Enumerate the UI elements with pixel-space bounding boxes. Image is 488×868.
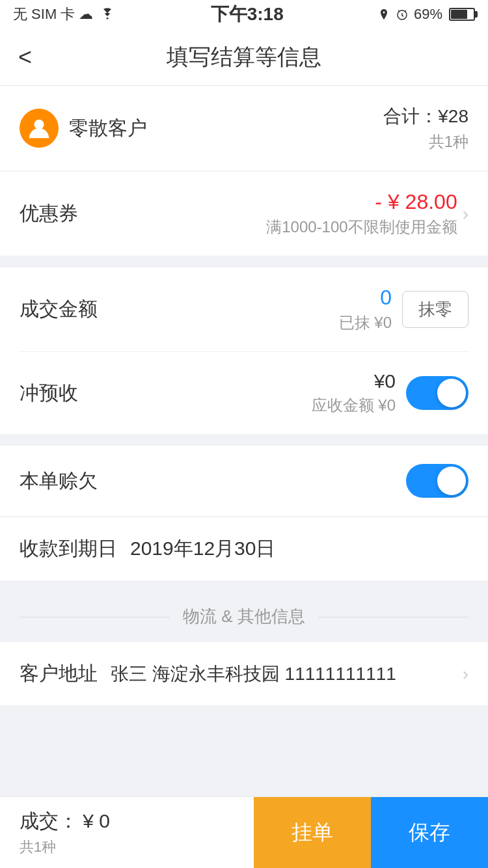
back-button[interactable]: <: [18, 44, 32, 71]
customer-total: 合计：¥28: [383, 104, 468, 129]
amount-label: 成交金额: [20, 296, 98, 323]
bottom-bar: 成交： ¥ 0 共1种 挂单 保存: [0, 796, 488, 868]
alarm-icon: [396, 8, 409, 21]
status-left: 无 SIM 卡 ☁: [13, 5, 116, 24]
customer-left: 零散客户: [20, 109, 147, 148]
coupon-label: 优惠券: [20, 200, 78, 227]
amount-right: 0 已抹 ¥0 抹零: [339, 286, 468, 333]
advance-toggle[interactable]: [406, 376, 468, 410]
svg-point-1: [34, 120, 44, 129]
coupon-info: - ¥ 28.00 满1000-100不限制使用金额: [266, 190, 457, 237]
pending-button[interactable]: 挂单: [254, 797, 371, 869]
avatar: [20, 109, 59, 148]
debt-section: 本单赊欠: [0, 446, 488, 516]
nav-bar: < 填写结算等信息: [0, 29, 488, 86]
advance-sub: 应收金额 ¥0: [312, 395, 396, 416]
chevron-right-icon: ›: [463, 204, 468, 224]
debt-label: 本单赊欠: [20, 468, 98, 495]
save-button[interactable]: 保存: [371, 797, 488, 869]
battery-percent: 69%: [414, 6, 442, 23]
battery-icon: [449, 8, 475, 21]
transaction-section: 成交金额 0 已抹 ¥0 抹零 冲预收 ¥0 应收金额 ¥0: [0, 267, 488, 434]
address-section[interactable]: 客户地址 张三 海淀永丰科技园 11111111111 ›: [0, 642, 488, 705]
coupon-section[interactable]: 优惠券 - ¥ 28.00 满1000-100不限制使用金额 ›: [0, 172, 488, 256]
location-icon: [377, 8, 390, 21]
amount-value: 0: [339, 286, 392, 310]
amount-sub: 已抹 ¥0: [339, 312, 392, 333]
wifi-icon: [98, 8, 116, 21]
deal-label: 成交：: [20, 810, 78, 832]
advance-row: 冲预收 ¥0 应收金额 ¥0: [20, 352, 468, 434]
coupon-discount: - ¥ 28.00: [266, 190, 457, 214]
status-bar: 无 SIM 卡 ☁ 下午3:18 69%: [0, 0, 488, 29]
user-icon: [27, 116, 51, 141]
address-value: 张三 海淀永丰科技园 11111111111: [111, 662, 463, 686]
coupon-right: - ¥ 28.00 满1000-100不限制使用金额 ›: [266, 190, 468, 237]
main-content: 零散客户 合计：¥28 共1种 优惠券 - ¥ 28.00 满1000-100不…: [0, 86, 488, 868]
coupon-desc: 满1000-100不限制使用金额: [266, 217, 457, 237]
address-label: 客户地址: [20, 660, 98, 687]
advance-value: ¥0 应收金额 ¥0: [312, 370, 396, 416]
customer-right: 合计：¥28 共1种: [383, 104, 468, 152]
bottom-summary: 成交： ¥ 0 共1种: [0, 808, 254, 857]
amount-value-wrap: 0 已抹 ¥0: [339, 286, 392, 333]
status-time: 下午3:18: [211, 2, 284, 27]
address-chevron-icon: ›: [463, 664, 468, 685]
amount-row: 成交金额 0 已抹 ¥0 抹零: [20, 267, 468, 352]
advance-amount: ¥0: [312, 370, 396, 392]
due-date-label: 收款到期日: [20, 536, 117, 562]
due-date-section: 收款到期日 2019年12月30日: [0, 517, 488, 580]
divider-section: 物流 & 其他信息: [0, 592, 488, 641]
debt-toggle[interactable]: [406, 464, 468, 498]
round-zero-button[interactable]: 抹零: [402, 291, 468, 328]
bottom-count: 共1种: [20, 837, 234, 857]
status-right: 69%: [377, 6, 475, 23]
sim-status: 无 SIM 卡 ☁: [13, 5, 93, 24]
customer-count: 共1种: [383, 131, 468, 152]
debt-toggle-knob: [437, 467, 466, 495]
advance-right: ¥0 应收金额 ¥0: [312, 370, 468, 416]
toggle-knob: [437, 379, 466, 407]
page-title: 填写结算等信息: [167, 42, 321, 72]
due-date-value: 2019年12月30日: [130, 536, 275, 562]
bottom-deal: 成交： ¥ 0: [20, 808, 234, 835]
deal-amount: ¥ 0: [83, 810, 110, 832]
customer-section: 零散客户 合计：¥28 共1种: [0, 86, 488, 170]
customer-name: 零散客户: [69, 115, 147, 142]
divider-text: 物流 & 其他信息: [170, 605, 318, 628]
advance-label: 冲预收: [20, 380, 78, 407]
